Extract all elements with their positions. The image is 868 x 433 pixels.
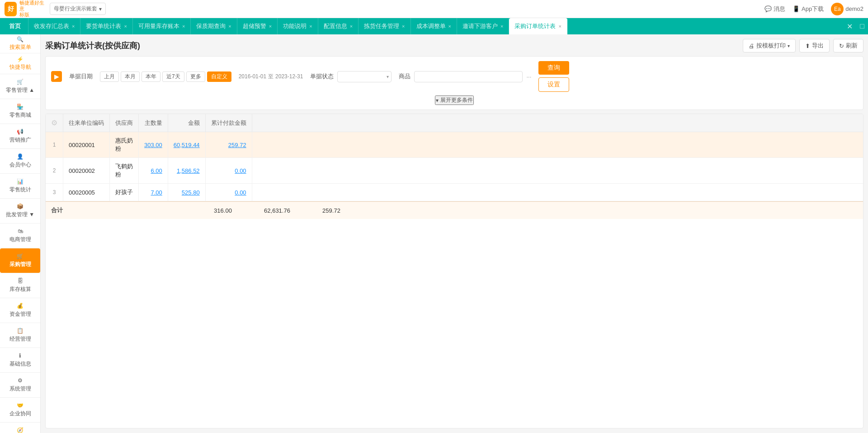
close-icon[interactable]: ×: [228, 24, 231, 29]
tab-expiry-check[interactable]: 保质期查询 ×: [191, 18, 237, 34]
purchase-icon: 🛒: [17, 253, 24, 259]
col-extra: [252, 114, 863, 132]
sidebar-item-ecommerce-mgmt[interactable]: 🛍 电商管理: [0, 224, 40, 248]
sidebar-operation-section: 📋 经营管理: [0, 323, 40, 348]
workspace-selector[interactable]: 母婴行业演示账套 ▾: [50, 3, 106, 15]
tab-invite-downstream[interactable]: 邀请下游客户 ×: [457, 18, 509, 34]
nav-close-btn[interactable]: ✕: [845, 22, 854, 31]
user-area[interactable]: Ea demo2: [831, 3, 863, 15]
table-row[interactable]: 2 00020002 飞鹤奶粉 6.00 1,586.52 0.00: [46, 158, 863, 184]
sidebar-marketing-section: 📢 营销推广: [0, 124, 40, 149]
header-actions: 🖨 按模板打印 ▾ ⬆ 导出 ↻ 刷新: [743, 39, 863, 52]
tab-order-summary[interactable]: 要货单统计表 ×: [80, 18, 132, 34]
tab-overstock[interactable]: 超储预警 ×: [237, 18, 278, 34]
sidebar-basic-section: ℹ 基础信息: [0, 348, 40, 373]
tab-config-info[interactable]: 配置信息 ×: [318, 18, 359, 34]
logo-text: 畅捷通好生意 标版: [19, 0, 45, 18]
shortcut-7days[interactable]: 近7天: [162, 71, 184, 82]
sidebar-item-operation-mgmt[interactable]: 📋 经营管理: [0, 323, 40, 347]
sidebar-item-inventory-check[interactable]: 🗄 库存核算: [0, 273, 40, 298]
data-table: ⚙ 往来单位编码 供应商 主数量 金额 累计付款金额 1 00020001: [46, 114, 863, 201]
tab-function-desc[interactable]: 功能说明 ×: [278, 18, 318, 34]
sidebar-item-label: 批发管理 ▼: [6, 211, 34, 219]
shortcut-this-month[interactable]: 本月: [121, 71, 140, 82]
refresh-button[interactable]: ↻ 刷新: [833, 39, 863, 52]
sidebar-item-purchase-mgmt[interactable]: 🛒 采购管理: [0, 248, 40, 273]
cell-extra: [252, 158, 863, 184]
guide-icon: 🧭: [17, 427, 24, 433]
sidebar-item-retail-shop[interactable]: 🏪 零售商城: [0, 99, 40, 124]
footer-label: 合计: [51, 206, 196, 214]
sidebar-item-label: 零售管理 ▲: [6, 86, 34, 94]
footer-total-label: 合计: [51, 207, 63, 214]
close-icon[interactable]: ×: [402, 24, 405, 29]
close-icon[interactable]: ×: [500, 24, 503, 29]
message-action[interactable]: 💬 消息: [764, 5, 785, 13]
tab-expiry-check-label: 保质期查询: [196, 22, 226, 30]
close-icon[interactable]: ×: [72, 24, 75, 29]
cell-row-num: 3: [46, 184, 63, 201]
sidebar-item-new-user-guide[interactable]: 🧭 新手引导: [0, 423, 40, 433]
close-icon[interactable]: ×: [269, 24, 272, 29]
shortcut-this-year[interactable]: 本年: [142, 71, 160, 82]
close-icon[interactable]: ×: [309, 24, 312, 29]
shortcut-last-month[interactable]: 上月: [100, 71, 119, 82]
tab-function-desc-label: 功能说明: [283, 22, 307, 30]
chevron-down-icon: ▾: [788, 43, 790, 48]
sidebar-item-retail-management[interactable]: 🛒 零售管理 ▲: [0, 74, 40, 99]
sidebar-item-retail-stats[interactable]: 📊 零售统计: [0, 174, 40, 198]
settings-icon[interactable]: ⚙: [51, 119, 57, 127]
app-download-action[interactable]: 📱 App下载: [793, 5, 824, 13]
settings-button[interactable]: 设置: [538, 77, 569, 92]
logo-main-text: 畅捷通好生意: [19, 0, 45, 12]
sidebar-guide-section: 🧭 新手引导: [0, 423, 40, 433]
tab-pickup-task[interactable]: 拣货任务管理 ×: [359, 18, 410, 34]
refresh-icon: ↻: [839, 43, 844, 49]
goods-input[interactable]: [414, 71, 523, 82]
ecommerce-icon: 🛍: [18, 228, 23, 234]
sidebar-item-marketing[interactable]: 📢 营销推广: [0, 124, 40, 148]
table-row[interactable]: 1 00020001 惠氏奶粉 303.00 60,519.44 259.72: [46, 132, 863, 158]
sidebar-item-enterprise-collab[interactable]: 🤝 企业协同: [0, 398, 40, 422]
tab-home-label: 首页: [9, 22, 21, 30]
expand-more-button[interactable]: ▾ 展开更多条件: [435, 95, 474, 105]
close-icon[interactable]: ×: [448, 24, 451, 29]
close-icon[interactable]: ×: [558, 24, 561, 29]
search-menu-button[interactable]: 🔍 搜索菜单: [0, 34, 40, 53]
table-wrapper: ⚙ 往来单位编码 供应商 主数量 金额 累计付款金额 1 00020001: [45, 114, 863, 428]
tab-available-stock[interactable]: 可用量库存账本 ×: [133, 18, 191, 34]
quick-nav-button[interactable]: ⚡ 快捷导航: [0, 53, 40, 74]
status-select[interactable]: [337, 71, 392, 82]
sidebar-item-basic-info[interactable]: ℹ 基础信息: [0, 348, 40, 372]
tab-cost-adjust[interactable]: 成本调整单 ×: [411, 18, 457, 34]
tab-order-summary-label: 要货单统计表: [86, 22, 121, 30]
filter-toggle-button[interactable]: ▶: [51, 71, 62, 82]
sidebar-item-label: 基础信息: [9, 360, 31, 368]
sidebar-item-wholesale-mgmt[interactable]: 📦 批发管理 ▼: [0, 199, 40, 223]
sidebar-capital-section: 💰 资金管理: [0, 298, 40, 323]
col-settings: ⚙: [46, 114, 63, 132]
sidebar-item-label: 会员中心: [9, 161, 31, 169]
table-row[interactable]: 3 00020005 好孩子 7.00 525.80 0.00: [46, 184, 863, 201]
tab-purchase-summary[interactable]: 采购订单统计表 ×: [509, 18, 567, 34]
export-button[interactable]: ⬆ 导出: [799, 39, 830, 52]
sidebar-item-capital-mgmt[interactable]: 💰 资金管理: [0, 298, 40, 323]
sidebar-item-member-center[interactable]: 👤 会员中心: [0, 149, 40, 173]
nav-fullscreen-btn[interactable]: □: [858, 22, 866, 30]
cell-supplier: 惠氏奶粉: [110, 132, 139, 158]
enterprise-icon: 🤝: [17, 402, 24, 409]
print-button[interactable]: 🖨 按模板打印 ▾: [743, 39, 796, 52]
sidebar-item-system-mgmt[interactable]: ⚙ 系统管理: [0, 373, 40, 397]
more-options-icon[interactable]: ···: [526, 73, 531, 80]
quick-nav-label: 快捷导航: [9, 63, 31, 71]
tab-home[interactable]: 首页: [2, 18, 28, 34]
query-button[interactable]: 查询: [538, 61, 569, 75]
sidebar: 🔍 搜索菜单 ⚡ 快捷导航 🛒 零售管理 ▲ 🏪 零售商城: [0, 34, 41, 433]
close-icon[interactable]: ×: [182, 24, 185, 29]
tab-receive-send[interactable]: 收发存汇总表 ×: [28, 18, 80, 34]
shortcut-more[interactable]: 更多: [186, 71, 205, 82]
tab-invite-downstream-label: 邀请下游客户: [462, 22, 498, 30]
custom-date-tag[interactable]: 自定义: [207, 71, 231, 82]
close-icon[interactable]: ×: [124, 24, 127, 29]
close-icon[interactable]: ×: [350, 24, 353, 29]
